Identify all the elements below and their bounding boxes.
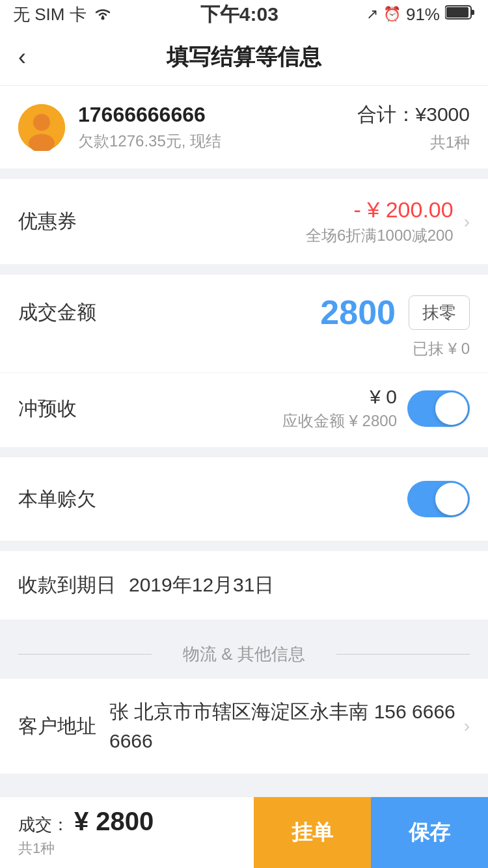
- divider-line-left: [18, 654, 152, 655]
- customer-info-right: 合计：¥3000 共1种: [357, 102, 470, 153]
- customer-card: 17666666666 欠款1276.35元, 现结 合计：¥3000 共1种: [0, 86, 488, 169]
- svg-rect-3: [446, 7, 468, 18]
- round-zero-button[interactable]: 抹零: [409, 295, 470, 330]
- customer-details: 17666666666 欠款1276.35元, 现结: [78, 103, 221, 152]
- deal-amount-sub: 已抹 ¥ 0: [0, 338, 488, 372]
- prepay-right: ¥ 0 应收金额 ¥ 2800: [282, 386, 470, 431]
- svg-rect-2: [471, 10, 474, 15]
- coupon-label: 优惠券: [18, 208, 77, 235]
- battery-text: 91%: [406, 5, 440, 25]
- deal-amount-row: 成交金额 2800 抹零: [0, 275, 488, 338]
- status-time: 下午4:03: [200, 1, 278, 28]
- page-title: 填写结算等信息: [167, 42, 321, 72]
- hang-order-button[interactable]: 挂单: [254, 797, 371, 868]
- prepay-receivable: 应收金额 ¥ 2800: [282, 411, 397, 431]
- due-date-section: 收款到期日 2019年12月31日: [0, 551, 488, 619]
- credit-section: 本单赊欠: [0, 457, 488, 541]
- toggle-knob: [435, 392, 468, 425]
- due-date-row: 收款到期日 2019年12月31日: [0, 551, 488, 619]
- battery-icon: [445, 5, 475, 25]
- coupon-section: 优惠券 - ¥ 200.00 全场6折满1000减200 ›: [0, 179, 488, 264]
- prepay-label: 冲预收: [18, 396, 77, 422]
- bottom-deal-label: 成交：: [18, 813, 69, 836]
- bottom-bar: 成交： ¥ 2800 共1种 挂单 保存: [0, 796, 488, 868]
- coupon-right: - ¥ 200.00 全场6折满1000减200 ›: [306, 197, 470, 246]
- due-date-label: 收款到期日: [18, 572, 116, 599]
- credit-label: 本单赊欠: [18, 486, 96, 513]
- customer-phone: 17666666666: [78, 103, 221, 127]
- back-button[interactable]: ‹: [18, 44, 26, 71]
- address-chevron-icon: ›: [464, 716, 470, 737]
- bottom-deal-amount: ¥ 2800: [74, 807, 154, 836]
- location-icon: ↗: [366, 6, 378, 23]
- wifi-icon: [93, 5, 113, 25]
- due-date-value: 2019年12月31日: [129, 572, 274, 599]
- bottom-deal-info: 成交： ¥ 2800: [18, 807, 236, 836]
- deal-amount-right: 2800 抹零: [320, 293, 470, 332]
- coupon-row[interactable]: 优惠券 - ¥ 200.00 全场6折满1000减200 ›: [0, 179, 488, 264]
- prepay-values: ¥ 0 应收金额 ¥ 2800: [282, 386, 397, 431]
- nav-bar: ‹ 填写结算等信息: [0, 29, 488, 86]
- save-button[interactable]: 保存: [371, 797, 488, 868]
- prepay-amount: ¥ 0: [282, 386, 397, 408]
- customer-total: 合计：¥3000: [357, 102, 470, 128]
- deal-amount-value: 2800: [320, 293, 396, 332]
- bottom-count: 共1种: [18, 839, 236, 858]
- customer-debt: 欠款1276.35元, 现结: [78, 131, 221, 152]
- svg-point-0: [101, 16, 104, 20]
- bottom-summary: 成交： ¥ 2800 共1种: [0, 807, 254, 858]
- chevron-right-icon: ›: [464, 211, 470, 232]
- main-content: 17666666666 欠款1276.35元, 现结 合计：¥3000 共1种 …: [0, 86, 488, 868]
- credit-toggle-knob: [435, 483, 468, 515]
- status-left: 无 SIM 卡: [13, 3, 113, 26]
- credit-row: 本单赊欠: [0, 457, 488, 541]
- address-label: 客户地址: [18, 713, 96, 740]
- prepay-toggle[interactable]: [407, 390, 470, 427]
- status-bar: 无 SIM 卡 下午4:03 ↗ ⏰ 91%: [0, 0, 488, 29]
- alarm-icon: ⏰: [383, 6, 401, 23]
- deal-section: 成交金额 2800 抹零 已抹 ¥ 0 冲预收 ¥ 0 应收金额 ¥ 2800: [0, 275, 488, 447]
- divider-line-right: [336, 654, 470, 655]
- customer-info-left: 17666666666 欠款1276.35元, 现结: [18, 103, 221, 152]
- address-value: 张 北京市市辖区海淀区永丰南 156 6666 6666: [109, 697, 456, 755]
- customer-count: 共1种: [357, 132, 470, 153]
- coupon-desc: 全场6折满1000减200: [306, 225, 454, 246]
- logistics-divider: 物流 & 其他信息: [0, 630, 488, 679]
- avatar: [18, 104, 65, 151]
- status-right: ↗ ⏰ 91%: [366, 5, 475, 25]
- bottom-buttons: 挂单 保存: [254, 797, 488, 868]
- credit-toggle[interactable]: [407, 481, 470, 517]
- coupon-discount: - ¥ 200.00: [306, 197, 454, 223]
- address-section[interactable]: 客户地址 张 北京市市辖区海淀区永丰南 156 6666 6666 ›: [0, 679, 488, 774]
- svg-point-5: [33, 114, 50, 131]
- prepay-row: 冲预收 ¥ 0 应收金额 ¥ 2800: [0, 373, 488, 447]
- deal-amount-label: 成交金额: [18, 299, 96, 326]
- carrier-text: 无 SIM 卡: [13, 3, 87, 26]
- divider-text: 物流 & 其他信息: [183, 643, 305, 666]
